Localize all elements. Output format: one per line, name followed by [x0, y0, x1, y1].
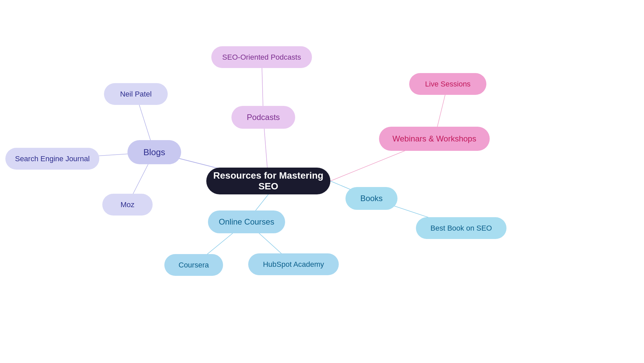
books-node[interactable]: Books	[345, 187, 397, 210]
podcasts-node[interactable]: Podcasts	[231, 106, 295, 129]
blogs-node-label: Blogs	[143, 147, 165, 158]
moz-node-label: Moz	[120, 200, 135, 209]
center-node[interactable]: Resources for Mastering SEO	[206, 168, 330, 194]
online-courses-node-label: Online Courses	[219, 217, 274, 227]
neil-patel-node-label: Neil Patel	[120, 90, 152, 99]
live-sessions-node[interactable]: Live Sessions	[409, 73, 486, 95]
best-book-node[interactable]: Best Book on SEO	[416, 217, 506, 239]
blogs-node[interactable]: Blogs	[127, 140, 181, 164]
seo-podcasts-node[interactable]: SEO-Oriented Podcasts	[211, 46, 312, 68]
online-courses-node[interactable]: Online Courses	[208, 210, 285, 233]
coursera-node-label: Coursera	[178, 261, 209, 269]
hubspot-node[interactable]: HubSpot Academy	[248, 253, 339, 275]
best-book-node-label: Best Book on SEO	[430, 224, 492, 233]
live-sessions-node-label: Live Sessions	[425, 80, 471, 88]
coursera-node[interactable]: Coursera	[164, 254, 223, 276]
moz-node[interactable]: Moz	[102, 194, 153, 216]
books-node-label: Books	[360, 194, 383, 203]
search-engine-journal-node[interactable]: Search Engine Journal	[5, 148, 99, 170]
center-node-label: Resources for Mastering SEO	[206, 170, 330, 192]
hubspot-node-label: HubSpot Academy	[263, 260, 324, 269]
seo-podcasts-node-label: SEO-Oriented Podcasts	[222, 53, 301, 62]
neil-patel-node[interactable]: Neil Patel	[104, 83, 168, 105]
search-engine-journal-node-label: Search Engine Journal	[15, 155, 90, 163]
webinars-node[interactable]: Webinars & Workshops	[379, 127, 490, 151]
webinars-node-label: Webinars & Workshops	[392, 134, 476, 143]
podcasts-node-label: Podcasts	[247, 113, 280, 122]
